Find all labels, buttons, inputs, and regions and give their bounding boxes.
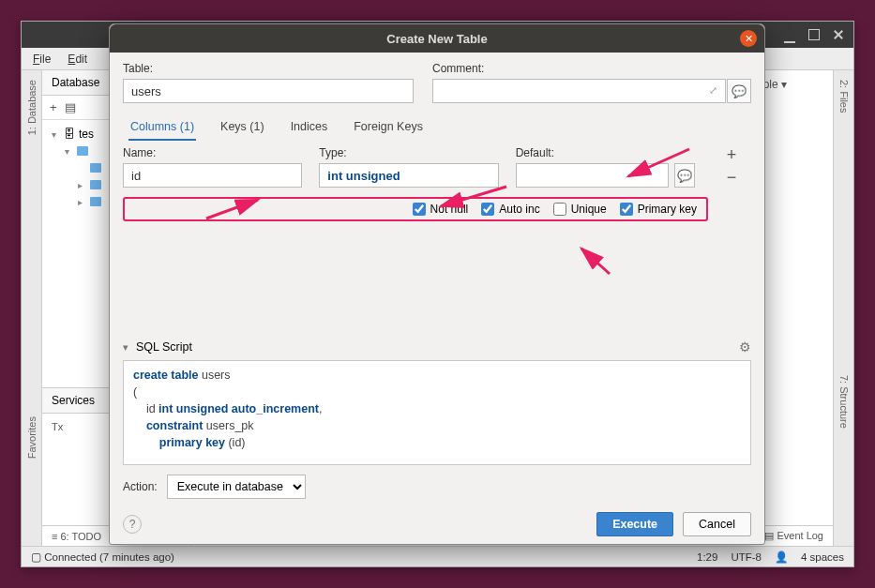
cb-auto-inc[interactable]: Auto inc [481,203,539,216]
comment-dialog-button[interactable]: 💬 [727,79,751,103]
tab-keys[interactable]: Keys (1) [219,116,266,141]
menu-file[interactable]: FFileile [33,53,51,66]
remove-column-button[interactable]: − [723,169,740,186]
close-icon[interactable] [833,29,844,40]
rail-structure[interactable]: 7: Structure [838,375,850,429]
left-rail: 1: Database Favorites [22,70,42,566]
col-default-input[interactable] [516,163,669,188]
action-select[interactable]: Execute in database [167,475,306,499]
status-pos: 1:29 [697,551,717,563]
folder-icon [77,146,88,156]
execute-button[interactable]: Execute [596,512,673,536]
cb-unique[interactable]: Unique [553,203,607,216]
col-type-input[interactable] [319,163,498,188]
cb-primary-key[interactable]: Primary key [620,203,697,216]
tabs: Columns (1) Keys (1) Indices Foreign Key… [128,116,751,141]
create-table-dialog: Create New Table ✕ Table: Comment: ⤢ 💬 C… [109,23,765,545]
tab-foreign-keys[interactable]: Foreign Keys [352,116,425,141]
minimize-icon[interactable] [784,32,795,43]
col-default-label: Default: [516,146,695,159]
table-name-input[interactable] [123,79,414,103]
column-properties: Not null Auto inc Unique Primary key [123,197,708,221]
folder-icon [90,197,101,206]
menu-edit[interactable]: Edit [68,53,87,66]
col-name-label: Name: [123,146,302,159]
status-encoding[interactable]: UTF-8 [731,551,762,563]
tab-indices[interactable]: Indices [289,116,330,141]
maximize-icon[interactable] [808,29,820,40]
comment-input[interactable] [432,79,726,103]
toolbar-item[interactable]: ▤ [65,100,76,114]
statusbar: ▢ Connected (7 minutes ago) 1:29 UTF-8 👤… [22,546,853,566]
help-button[interactable]: ? [123,515,142,534]
tab-event-log[interactable]: ▤ Event Log [764,530,823,542]
sql-script-header[interactable]: ▾ SQL Script ⚙ [123,339,751,354]
dialog-title: Create New Table [386,32,487,46]
add-column-button[interactable]: + [723,146,740,163]
rail-files[interactable]: 2: Files [838,80,850,113]
tab-columns[interactable]: Columns (1) [128,116,196,141]
col-type-label: Type: [319,146,498,159]
cb-not-null[interactable]: Not null [413,203,469,216]
close-button[interactable]: ✕ [740,30,757,47]
rail-database[interactable]: 1: Database [26,80,38,135]
table-label: Table: [123,62,414,75]
folder-icon [90,180,101,189]
comment-label: Comment: [432,62,751,75]
col-name-input[interactable] [123,163,302,188]
status-indent[interactable]: 4 spaces [801,551,844,563]
tab-todo[interactable]: ≡ 6: TODO [52,531,101,542]
right-rail: 2: Files 7: Structure [833,70,853,566]
sql-script-text[interactable]: create table users ( id int unsigned aut… [123,360,751,465]
status-connected: ▢ Connected (7 minutes ago) [31,550,174,564]
cancel-button[interactable]: Cancel [683,512,751,536]
rail-favorites[interactable]: Favorites [26,416,38,459]
folder-icon [90,163,101,173]
dialog-titlebar: Create New Table ✕ [110,24,764,53]
chevron-down-icon: ▾ [123,341,128,354]
default-dialog-button[interactable]: 💬 [674,163,695,188]
gear-icon[interactable]: ⚙ [739,339,751,354]
status-user-icon[interactable]: 👤 [775,550,788,564]
action-label: Action: [123,480,158,493]
add-datasource-button[interactable]: + [50,100,57,114]
